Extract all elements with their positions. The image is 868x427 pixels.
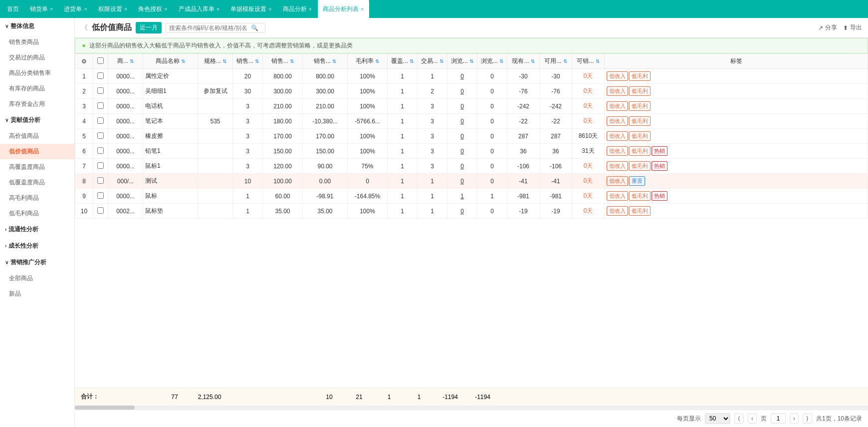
row-checkbox[interactable] (97, 162, 104, 169)
share-button[interactable]: ↗ 分享 (818, 23, 837, 32)
sidebar-group-contribution[interactable]: ∨ 贡献值分析 (0, 112, 74, 128)
col-spec[interactable]: 规格... ⇅ (198, 54, 233, 69)
last-page-button[interactable]: ⟩ (803, 414, 812, 424)
date-filter-button[interactable]: 近一月 (136, 22, 162, 33)
sidebar-item-high-margin[interactable]: 高毛利商品 (0, 190, 74, 206)
row-browse1-link[interactable]: 0 (460, 118, 464, 125)
row-browse1-link[interactable]: 0 (460, 133, 464, 140)
nav-purchase-order[interactable]: 进货单 × (59, 0, 92, 18)
col-coverage[interactable]: 覆盖... ⇅ (388, 54, 418, 69)
row-checkbox[interactable] (97, 102, 104, 109)
row-checkbox[interactable] (97, 132, 104, 139)
notice-bar: ✦ 这部分商品的销售收入大幅低于商品平均销售收入，价值不高，可考虑调整营销策略，… (75, 38, 868, 53)
sidebar-item-high-value[interactable]: 高价值商品 (0, 128, 74, 144)
row-available-stock: -41 (540, 174, 572, 189)
row-browse1-link[interactable]: 0 (460, 148, 464, 155)
close-icon[interactable]: × (217, 6, 219, 12)
row-checkbox[interactable] (97, 207, 104, 214)
col-checkbox[interactable] (93, 54, 108, 69)
col-code[interactable]: 商... ⇅ (108, 54, 143, 69)
search-input[interactable] (169, 24, 249, 31)
sidebar-group-marketing[interactable]: ∨ 营销推广分析 (0, 254, 74, 271)
sidebar-item-traded-products[interactable]: 交易过的商品 (0, 50, 74, 65)
page-size-select[interactable]: 50 100 200 (705, 413, 730, 424)
close-icon[interactable]: × (50, 6, 53, 12)
row-saleable-days: 8610天 (572, 129, 605, 144)
nav-template-settings[interactable]: 单据模板设置 × (225, 0, 276, 18)
row-checkbox[interactable] (97, 87, 104, 94)
close-icon[interactable]: × (164, 6, 167, 12)
col-name[interactable]: 商品名称 ⇅ (143, 54, 198, 69)
scrollbar-thumb[interactable] (75, 406, 135, 410)
next-page-button[interactable]: › (790, 414, 799, 424)
search-icon[interactable]: 🔍 (251, 24, 258, 31)
chevron-right-icon: › (5, 243, 6, 249)
row-checkbox[interactable] (97, 177, 104, 184)
row-sales-amount: 210.00 (263, 99, 303, 114)
first-page-button[interactable]: ⟨ (734, 414, 744, 424)
row-name: 橡皮擦 (143, 129, 198, 144)
row-checkbox[interactable] (97, 192, 104, 199)
row-code: 0000... (108, 114, 143, 129)
row-browse1-link[interactable]: 0 (460, 163, 464, 170)
row-browse1-link[interactable]: 0 (460, 178, 464, 185)
close-icon[interactable]: × (124, 6, 127, 12)
close-icon[interactable]: × (361, 6, 364, 12)
sidebar-item-sales-products[interactable]: 销售类商品 (0, 34, 74, 50)
nav-product-warehouse[interactable]: 产成品入库单 × (174, 0, 224, 18)
nav-permission-settings[interactable]: 权限设置 × (93, 0, 132, 18)
col-trade[interactable]: 交易... ⇅ (418, 54, 447, 69)
row-browse1-link[interactable]: 0 (460, 73, 464, 80)
sidebar-group-overall[interactable]: ∨ 整体信息 (0, 18, 74, 34)
row-sales-profit: -98.91 (303, 189, 348, 204)
col-available[interactable]: 可用... ⇅ (540, 54, 572, 69)
close-icon[interactable]: × (309, 6, 312, 12)
nav-sales-order[interactable]: 销货单 × (25, 0, 58, 18)
sidebar-item-new-products[interactable]: 新品 (0, 286, 74, 302)
col-browse2[interactable]: 浏览... ⇅ (477, 54, 507, 69)
row-saleable-days: 0天 (572, 69, 605, 84)
sidebar-item-high-coverage[interactable]: 高覆盖度商品 (0, 159, 74, 175)
col-current[interactable]: 现有... ⇅ (507, 54, 540, 69)
row-checkbox[interactable] (97, 117, 104, 124)
sidebar-item-low-margin[interactable]: 低毛利商品 (0, 206, 74, 221)
sidebar-item-low-value[interactable]: 低价值商品 (0, 144, 74, 159)
col-sales2[interactable]: 销售... ⇅ (263, 54, 303, 69)
sidebar-item-category-rate[interactable]: 商品分类销售率 (0, 65, 74, 81)
col-sales3[interactable]: 销售... ⇅ (303, 54, 348, 69)
sidebar-item-stock-products[interactable]: 有库存的商品 (0, 81, 74, 96)
row-saleable-days: 0天 (572, 189, 605, 204)
col-margin[interactable]: 毛利率 ⇅ (348, 54, 388, 69)
col-settings[interactable]: ⚙ (75, 54, 93, 69)
export-button[interactable]: ⬆ 导出 (843, 23, 862, 32)
nav-home[interactable]: 首页 (2, 0, 24, 18)
prev-page-button[interactable]: ‹ (748, 414, 757, 424)
row-browse1-link[interactable]: 0 (460, 103, 464, 110)
close-icon[interactable]: × (268, 6, 271, 12)
sidebar-item-low-coverage[interactable]: 低覆盖度商品 (0, 175, 74, 190)
sidebar-collapse-btn[interactable]: 《 (81, 23, 88, 32)
row-checkbox[interactable] (97, 147, 104, 154)
row-checkbox[interactable] (97, 72, 104, 79)
row-name: 鼠标 (143, 189, 198, 204)
row-coverage: 1 (388, 159, 418, 174)
page-number-input[interactable] (771, 414, 786, 424)
nav-role-auth[interactable]: 角色授权 × (133, 0, 172, 18)
col-browse1[interactable]: 浏览... ⇅ (447, 54, 477, 69)
sidebar-group-liquidity[interactable]: › 流通性分析 (0, 221, 74, 238)
sidebar-item-all-products[interactable]: 全部商品 (0, 271, 74, 286)
row-browse1-link[interactable]: 0 (460, 208, 464, 215)
col-sales1[interactable]: 销售... ⇅ (233, 54, 263, 69)
close-icon[interactable]: × (84, 6, 87, 12)
col-saleable[interactable]: 可销... ⇅ (572, 54, 605, 69)
sidebar: ∨ 整体信息 销售类商品 交易过的商品 商品分类销售率 有库存的商品 库存资金占… (0, 18, 75, 427)
sidebar-group-growth[interactable]: › 成长性分析 (0, 238, 74, 254)
horizontal-scrollbar[interactable] (75, 406, 868, 410)
tag-item: 重置 (629, 176, 645, 186)
row-browse1-link[interactable]: 0 (460, 88, 464, 95)
nav-product-analysis[interactable]: 商品分析 × (278, 0, 317, 18)
sidebar-item-inventory-funds[interactable]: 库存资金占用 (0, 96, 74, 112)
select-all-checkbox[interactable] (97, 57, 104, 64)
nav-product-analysis-list[interactable]: 商品分析列表 × (318, 0, 369, 18)
row-browse1-link[interactable]: 1 (460, 193, 464, 200)
